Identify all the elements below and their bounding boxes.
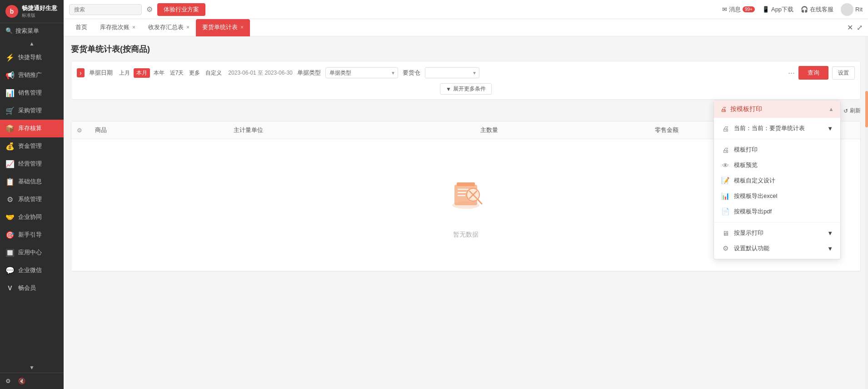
tab-inventory-batch-close[interactable]: × bbox=[132, 24, 135, 30]
search-menu[interactable]: 🔍 搜索菜单 bbox=[0, 23, 64, 39]
query-button[interactable]: 查询 bbox=[798, 66, 828, 80]
date-quick-btns: 上月 本月 本年 近7天 更多 自定义 bbox=[117, 68, 224, 78]
sidebar-item-label: 企业微信 bbox=[18, 266, 42, 274]
yh-filter-label: 要货仓 bbox=[403, 69, 420, 77]
date-btn-last-month[interactable]: 上月 bbox=[117, 68, 132, 78]
print-dropdown-current-section: 🖨 当前：当前：要货单统计表 ▼ bbox=[714, 118, 840, 139]
sidebar-item-finance[interactable]: 💰 资金管理 bbox=[0, 137, 64, 155]
order-type-select[interactable]: 单据类型 全部 要货单 bbox=[325, 67, 398, 78]
trial-button[interactable]: 体验行业方案 bbox=[157, 3, 205, 16]
member-icon: V bbox=[5, 284, 15, 292]
tab-home[interactable]: 首页 bbox=[69, 19, 94, 36]
print-dropdown-header: 🖨 按模板打印 ▲ bbox=[714, 101, 840, 118]
expand-more-btn[interactable]: ▼ 展开更多条件 bbox=[440, 83, 492, 95]
sidebar-item-operations[interactable]: 📈 经营管理 bbox=[0, 155, 64, 173]
table-gear-icon[interactable]: ⚙ bbox=[77, 127, 82, 134]
sidebar-item-sales[interactable]: 📊 销售管理 bbox=[0, 84, 64, 102]
app-download-icon: 📱 bbox=[762, 6, 769, 13]
sidebar-item-member[interactable]: V 畅会员 bbox=[0, 279, 64, 297]
print-dropdown-chevron-up[interactable]: ▲ bbox=[828, 106, 834, 112]
date-filter-label: 单据日期 bbox=[89, 69, 113, 77]
sidebar-item-label: 系统管理 bbox=[18, 195, 42, 203]
filter-expand-toggle[interactable]: › bbox=[77, 68, 85, 77]
tab-close-all-btn[interactable]: ✕ bbox=[847, 23, 853, 32]
date-btn-7days[interactable]: 近7天 bbox=[168, 68, 186, 78]
scroll-down-btn[interactable]: ▼ bbox=[0, 363, 64, 373]
dropdown-display-print[interactable]: 🖥 按显示打印 ▼ bbox=[714, 225, 840, 241]
col-quantity: 主数量 bbox=[475, 121, 649, 139]
expand-more-label: 展开更多条件 bbox=[453, 85, 486, 93]
more-options-icon[interactable]: ··· bbox=[788, 68, 795, 78]
sidebar-item-quick-nav[interactable]: ⚡ 快捷导航 bbox=[0, 49, 64, 66]
date-btn-this-year[interactable]: 本年 bbox=[152, 68, 166, 78]
order-type-label: 单据类型 bbox=[297, 69, 321, 77]
empty-icon bbox=[443, 171, 489, 225]
sidebar-item-label: 新手引导 bbox=[18, 231, 42, 239]
yh-select[interactable] bbox=[425, 67, 479, 78]
sales-icon: 📊 bbox=[5, 89, 15, 97]
sidebar-item-label: 销售管理 bbox=[18, 89, 42, 97]
dropdown-export-pdf[interactable]: 📄 按模板导出pdf bbox=[714, 204, 840, 219]
sidebar-item-label: 企业协同 bbox=[18, 213, 42, 221]
dropdown-template-print[interactable]: 🖨 模板打印 bbox=[714, 142, 840, 157]
topbar-search-input[interactable] bbox=[69, 4, 142, 15]
tab-receipt-summary-close[interactable]: × bbox=[186, 24, 190, 30]
sidebar-item-inventory[interactable]: 📦 库存核算 bbox=[0, 120, 64, 137]
dropdown-export-excel[interactable]: 📊 按模板导出excel bbox=[714, 188, 840, 204]
print-dropdown-title: 按模板打印 bbox=[730, 105, 762, 113]
app-center-icon: 🔲 bbox=[5, 248, 15, 257]
settings-icon[interactable]: ⚙ bbox=[5, 378, 11, 384]
sidebar-item-marketing[interactable]: 📢 营销推广 bbox=[0, 66, 64, 84]
tab-inventory-batch[interactable]: 库存批次账 × bbox=[94, 19, 142, 36]
set-default-icon: ⚙ bbox=[721, 244, 729, 253]
topbar-gear-icon[interactable]: ⚙ bbox=[146, 5, 153, 14]
sidebar-item-system[interactable]: ⚙ 系统管理 bbox=[0, 191, 64, 208]
marketing-icon: 📢 bbox=[5, 71, 15, 80]
message-btn[interactable]: ✉ 消息 99+ bbox=[722, 5, 755, 14]
mute-icon[interactable]: 🔇 bbox=[18, 378, 25, 384]
tab-order-stats-label: 要货单统计表 bbox=[202, 23, 238, 31]
empty-text: 暂无数据 bbox=[453, 231, 479, 239]
sidebar-bottom: ⚙ 🔇 bbox=[0, 373, 64, 389]
scroll-up-arrow[interactable]: ▲ bbox=[29, 40, 35, 47]
sidebar-item-enterprise-wechat[interactable]: 💬 企业微信 bbox=[0, 262, 64, 279]
sidebar-item-label: 经营管理 bbox=[18, 160, 42, 168]
dropdown-set-default[interactable]: ⚙ 设置默认功能 ▼ bbox=[714, 241, 840, 256]
sidebar-logo: b 畅捷通好生意 标准版 bbox=[0, 0, 64, 23]
filter-row: › 单据日期 上月 本月 本年 近7天 更多 自定义 2023-06-01 至 … bbox=[77, 66, 855, 80]
settings-button[interactable]: 设置 bbox=[832, 66, 855, 80]
scroll-up-btn[interactable]: ▲ bbox=[0, 39, 64, 49]
tab-home-label: 首页 bbox=[75, 23, 87, 31]
avatar bbox=[841, 3, 853, 16]
dropdown-template-preview[interactable]: 👁 模板预览 bbox=[714, 157, 840, 173]
app-download-btn[interactable]: 📱 App下载 bbox=[762, 5, 793, 14]
sidebar-item-basic-info[interactable]: 📋 基础信息 bbox=[0, 173, 64, 191]
search-icon: 🔍 bbox=[5, 27, 13, 34]
svg-line-6 bbox=[478, 199, 482, 204]
date-btn-this-month[interactable]: 本月 bbox=[134, 68, 150, 78]
scroll-down-arrow[interactable]: ▼ bbox=[29, 364, 35, 371]
sidebar-item-guide[interactable]: 🎯 新手引导 bbox=[0, 226, 64, 244]
customer-service-btn[interactable]: 🎧 在线客服 bbox=[801, 5, 833, 14]
current-template-label: 当前：当前：要货单统计表 bbox=[734, 124, 805, 132]
user-avatar-area[interactable]: Rit bbox=[841, 3, 863, 16]
expand-row: ▼ 展开更多条件 bbox=[77, 83, 855, 95]
template-design-icon: 📝 bbox=[721, 177, 729, 185]
sidebar-item-collab[interactable]: 🤝 企业协同 bbox=[0, 208, 64, 226]
tab-order-stats-close[interactable]: × bbox=[240, 24, 244, 30]
export-pdf-icon: 📄 bbox=[721, 207, 729, 216]
right-scrollbar[interactable] bbox=[865, 36, 868, 389]
sidebar-item-app-center[interactable]: 🔲 应用中心 bbox=[0, 244, 64, 262]
collab-icon: 🤝 bbox=[5, 213, 15, 222]
dropdown-template-design[interactable]: 📝 模板自定义设计 bbox=[714, 173, 840, 188]
sidebar-item-purchase[interactable]: 🛒 采购管理 bbox=[0, 102, 64, 120]
refresh-btn[interactable]: ↺ 刷新 bbox=[843, 107, 861, 115]
dropdown-current-template[interactable]: 🖨 当前：当前：要货单统计表 ▼ bbox=[714, 121, 840, 136]
date-btn-custom[interactable]: 自定义 bbox=[204, 68, 224, 78]
sidebar-nav: ⚡ 快捷导航 📢 营销推广 📊 销售管理 🛒 采购管理 📦 库存核算 💰 资金管… bbox=[0, 49, 64, 363]
tab-expand-btn[interactable]: ⤢ bbox=[857, 23, 863, 32]
tab-order-stats[interactable]: 要货单统计表 × bbox=[196, 19, 250, 36]
filter-arrow-icon[interactable]: › bbox=[77, 68, 85, 77]
tab-receipt-summary[interactable]: 收发存汇总表 × bbox=[142, 19, 196, 36]
date-btn-more[interactable]: 更多 bbox=[187, 68, 202, 78]
